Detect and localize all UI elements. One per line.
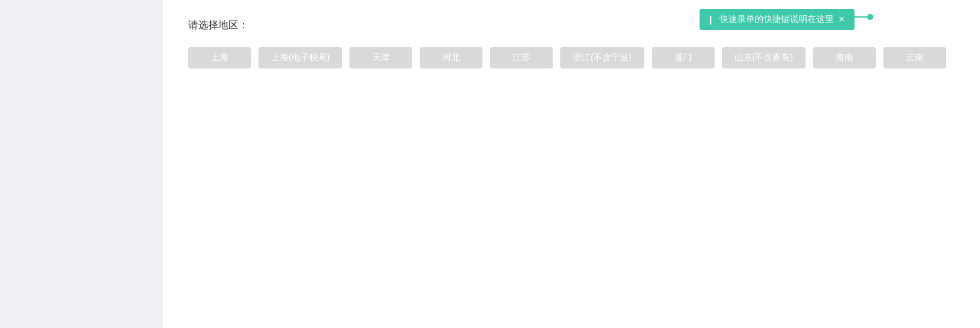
region-buttons: 上海上海(电子税局)天津河北江苏浙江(不含宁波)厦门山东(不含青岛)海南云南 [188, 47, 955, 68]
tooltip-banner: 快速录单的快捷键说明在这里 × [700, 9, 855, 30]
tooltip-text: 快速录单的快捷键说明在这里 [720, 14, 834, 25]
region-button-hainan[interactable]: 海南 [813, 47, 876, 68]
region-button-zhejiang[interactable]: 浙江(不含宁波) [560, 47, 644, 68]
region-button-xiamen[interactable]: 厦门 [652, 47, 715, 68]
region-button-jiangsu[interactable]: 江苏 [490, 47, 553, 68]
region-button-yunnan[interactable]: 云南 [883, 47, 946, 68]
main-content: 请选择地区： 上海上海(电子税局)天津河北江苏浙江(不含宁波)厦门山东(不含青岛… [163, 0, 980, 328]
sidebar [0, 0, 163, 328]
tooltip-dot [867, 14, 873, 20]
region-button-hebei[interactable]: 河北 [420, 47, 482, 68]
region-button-shandong[interactable]: 山东(不含青岛) [722, 47, 806, 68]
region-button-shanghai[interactable]: 上海 [188, 47, 251, 68]
tooltip-close-button[interactable]: × [839, 14, 844, 25]
region-button-tianjin[interactable]: 天津 [349, 47, 412, 68]
region-button-shanghai-etax[interactable]: 上海(电子税局) [258, 47, 342, 68]
